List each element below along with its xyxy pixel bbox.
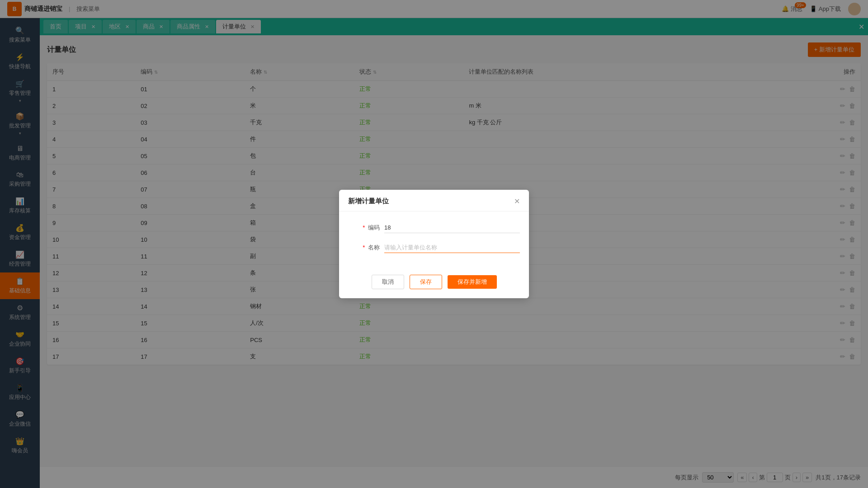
save-new-button[interactable]: 保存并新增 <box>448 275 497 289</box>
cancel-button[interactable]: 取消 <box>372 275 404 289</box>
required-mark: * <box>363 224 365 231</box>
save-button[interactable]: 保存 <box>410 275 442 289</box>
modal-title: 新增计量单位 <box>348 197 389 206</box>
name-input[interactable] <box>384 242 520 253</box>
add-unit-modal: 新增计量单位 ✕ * 编码 * 名称 取消 保存 保存并新增 <box>339 190 529 298</box>
modal-overlay: 新增计量单位 ✕ * 编码 * 名称 取消 保存 保存并新增 <box>0 0 868 488</box>
modal-body: * 编码 * 名称 <box>339 211 529 269</box>
name-label: * 名称 <box>348 244 380 252</box>
code-form-row: * 编码 <box>348 222 520 233</box>
required-mark: * <box>363 244 365 251</box>
modal-footer: 取消 保存 保存并新增 <box>339 269 529 298</box>
name-form-row: * 名称 <box>348 242 520 253</box>
code-input[interactable] <box>384 222 520 233</box>
modal-close-button[interactable]: ✕ <box>514 197 520 206</box>
modal-header: 新增计量单位 ✕ <box>339 190 529 211</box>
code-label: * 编码 <box>348 224 380 232</box>
